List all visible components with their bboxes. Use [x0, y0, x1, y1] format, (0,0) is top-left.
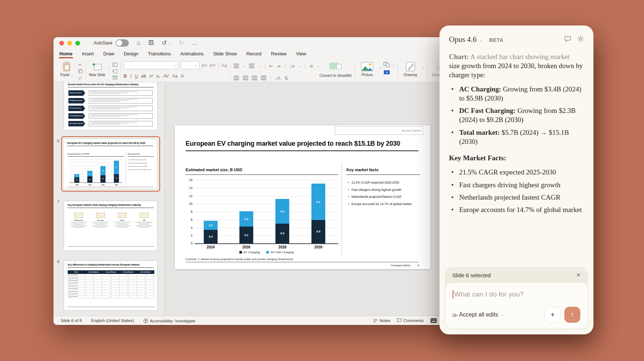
tab-insert[interactable]: Insert — [82, 51, 94, 59]
close-window-button[interactable] — [59, 41, 64, 46]
tab-review[interactable]: Review — [271, 51, 287, 59]
message-input-card[interactable]: What can I do for you? ▷▷ Accept all edi… — [445, 282, 588, 329]
zoom-window-button[interactable] — [75, 41, 80, 46]
accessibility-status[interactable]: Accessibility: Investigate — [143, 318, 195, 323]
bar-segment-ac-2028[interactable]: 5.0 — [100, 175, 106, 183]
align-center-icon[interactable] — [243, 76, 248, 80]
bar-segment-ac-2026[interactable]: 4.2 — [87, 176, 92, 183]
undo-dropdown-chevron-icon[interactable]: ⌄ — [168, 42, 171, 45]
send-button[interactable]: ↑ — [564, 307, 580, 323]
increase-indent-icon[interactable]: ⇥ — [277, 63, 281, 69]
section-marker-placeholder[interactable]: Section marker — [335, 126, 423, 135]
decrease-indent-icon[interactable]: ⇤ — [269, 63, 273, 69]
format-glyph-u[interactable]: U — [135, 74, 138, 78]
tab-design[interactable]: Design — [124, 51, 138, 59]
line-spacing-icon[interactable]: ↕≡ — [289, 63, 294, 69]
tab-transitions[interactable]: Transitions — [148, 51, 171, 59]
paste-button[interactable]: Paste ⌄ — [57, 61, 76, 77]
tab-animations[interactable]: Animations — [180, 51, 204, 59]
text-box-icon[interactable]: A — [383, 70, 390, 75]
text-direction-icon[interactable]: ↕A — [275, 75, 281, 81]
feedback-icon[interactable] — [564, 35, 571, 44]
columns-icon[interactable]: ≋ — [309, 63, 313, 69]
align-left-icon[interactable] — [234, 76, 239, 80]
bar-segment-ac-2024[interactable]: 3.4 — [74, 177, 79, 183]
chart-heading[interactable]: Estimated market size, B USD — [186, 168, 242, 172]
accept-all-edits-button[interactable]: Accept all edits — [459, 311, 498, 318]
slide-7-thumbnail[interactable]: Key European markets show varying chargi… — [64, 201, 158, 251]
tab-slide-show[interactable]: Slide Show — [213, 51, 237, 59]
bar-segment-dc-2028[interactable]: 6.2 — [100, 166, 106, 175]
picture-button[interactable]: Picture — [358, 61, 377, 77]
slide-6-thumbnail[interactable]: European EV charging market value projec… — [63, 139, 157, 189]
format-painter-icon[interactable] — [78, 76, 83, 81]
tab-view[interactable]: View — [296, 51, 306, 59]
copy-icon[interactable] — [78, 69, 83, 74]
minimize-window-button[interactable] — [67, 41, 72, 46]
facts-heading[interactable]: Key market facts — [346, 168, 378, 172]
bar-segment-ac-2030[interactable]: 5.9 — [114, 174, 119, 183]
tab-home[interactable]: Home — [59, 51, 72, 59]
keyboard-settings-icon[interactable] — [430, 318, 437, 323]
format-glyph-x₂[interactable]: x₂ — [156, 74, 160, 78]
format-glyph-aa[interactable]: Aa — [172, 74, 178, 78]
bar-segment-ac-2026[interactable]: 4.2 — [239, 227, 253, 243]
slide-layout-icon[interactable] — [112, 63, 118, 67]
message-input-placeholder[interactable]: What can I do for you? — [454, 290, 524, 298]
format-glyph-a[interactable]: A — [181, 74, 184, 78]
more-commands-icon[interactable]: … — [192, 40, 198, 46]
attach-button[interactable]: + — [545, 307, 561, 323]
decrease-font-size-icon[interactable]: A˅ — [210, 63, 215, 68]
numbered-list-icon[interactable] — [249, 64, 254, 68]
justify-icon[interactable] — [261, 76, 266, 80]
save-icon[interactable] — [148, 40, 154, 46]
model-name[interactable]: Opus 4.6 — [449, 35, 477, 44]
slide-5-thumbnail[interactable]: Several market forces drive the EV charg… — [64, 82, 158, 130]
bar-segment-ac-2028[interactable]: 5.0 — [275, 224, 289, 243]
undo-icon[interactable]: ↺ — [162, 40, 167, 46]
slide-counter[interactable]: Slide 6 of 8 — [61, 318, 82, 323]
reset-slide-icon[interactable] — [112, 69, 118, 74]
bar-segment-dc-2030[interactable]: 9.2 — [114, 161, 119, 174]
comments-button[interactable]: Comments — [397, 318, 424, 323]
format-glyph-ab[interactable]: ab — [141, 74, 146, 78]
home-icon[interactable]: ⌂ — [137, 40, 140, 46]
smartart-icon[interactable] — [329, 62, 342, 71]
shapes-dropdown-icon[interactable]: ⌄ — [392, 63, 395, 67]
clear-formatting-icon[interactable]: A⌀ — [221, 63, 227, 68]
new-slide-dropdown-icon[interactable]: ⌄ — [108, 66, 110, 70]
align-text-icon[interactable]: ⇅ — [284, 75, 288, 81]
bar-segment-dc-2024[interactable]: 2.3 — [74, 174, 79, 177]
drawing-dropdown-icon[interactable]: ⌄ — [422, 66, 425, 69]
bar-segment-dc-2026[interactable]: 3.9 — [87, 171, 92, 177]
tab-record[interactable]: Record — [246, 51, 262, 59]
bar-segment-ac-2030[interactable]: 5.9 — [311, 220, 325, 243]
bullet-list-icon[interactable] — [234, 64, 239, 68]
format-glyph-av[interactable]: AV — [163, 74, 169, 78]
format-glyph-x²[interactable]: x² — [149, 74, 153, 78]
increase-font-size-icon[interactable]: A˄ — [202, 63, 207, 68]
section-icon[interactable] — [112, 76, 118, 81]
format-glyph-b[interactable]: B — [124, 74, 127, 78]
close-context-icon[interactable]: ✕ — [576, 272, 581, 278]
bar-segment-dc-2028[interactable]: 6.2 — [275, 199, 289, 223]
settings-gear-icon[interactable] — [577, 35, 584, 44]
language-indicator[interactable]: English (United States) — [91, 318, 134, 323]
new-slide-button[interactable]: New Slide — [89, 61, 106, 77]
align-right-icon[interactable] — [252, 76, 257, 80]
bar-segment-dc-2030[interactable]: 9.2 — [311, 184, 325, 220]
cut-icon[interactable]: ✂ — [78, 63, 83, 67]
model-dropdown-chevron-icon[interactable]: ⌄ — [480, 38, 482, 42]
redo-icon[interactable]: ↻ — [179, 40, 184, 46]
picture-dropdown-icon[interactable]: ⌄ — [379, 66, 381, 69]
bar-segment-ac-2024[interactable]: 3.4 — [204, 230, 218, 243]
shapes-icon[interactable] — [383, 62, 390, 68]
notes-button[interactable]: Notes — [373, 318, 390, 323]
format-glyph-i[interactable]: I — [130, 74, 131, 78]
tab-draw[interactable]: Draw — [103, 51, 114, 59]
font-size-select[interactable]: ⌄ — [180, 61, 199, 69]
font-name-select[interactable]: ⌄ — [124, 61, 178, 69]
drawing-button[interactable]: Drawing — [401, 61, 420, 77]
bar-segment-dc-2024[interactable]: 2.3 — [204, 221, 218, 230]
current-slide[interactable]: Section marker European EV charging mark… — [175, 125, 430, 269]
